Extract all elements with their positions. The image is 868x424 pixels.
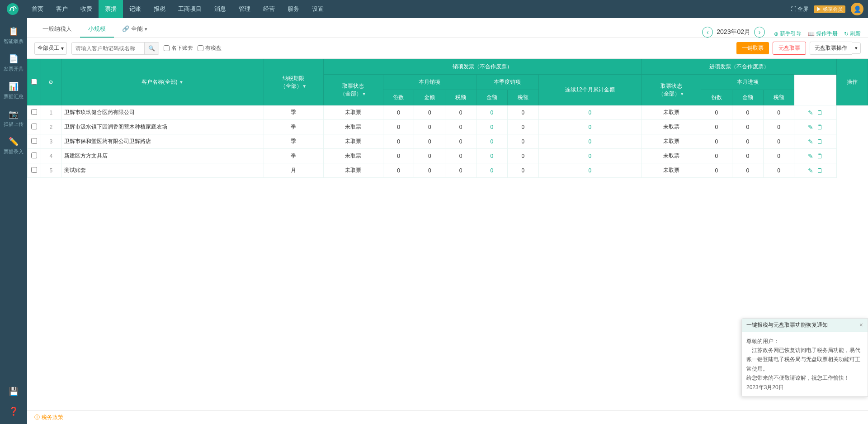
app-logo[interactable] bbox=[5, 1, 21, 17]
sidebar-icon: 📄 bbox=[9, 54, 19, 64]
nav-item-收费[interactable]: 收费 bbox=[74, 0, 99, 18]
employee-filter-select[interactable]: 全部员工 ▾ bbox=[34, 42, 67, 55]
edit-icon[interactable]: ✎ bbox=[808, 138, 813, 145]
my-accounts-checkbox-label[interactable]: 名下账套 bbox=[164, 44, 193, 52]
refresh-btn[interactable]: ↻ 刷新 bbox=[844, 30, 861, 38]
sales-quarter-amount-link[interactable]: 0 bbox=[491, 153, 494, 159]
my-accounts-checkbox[interactable] bbox=[164, 45, 170, 51]
employee-filter-group: 全部员工 ▾ bbox=[34, 42, 67, 55]
view-icon[interactable]: 🗒 bbox=[816, 124, 823, 131]
row-sales-12m: 0 bbox=[538, 163, 642, 178]
nav-item-设置[interactable]: 设置 bbox=[306, 0, 330, 18]
popup-header: 一键报税与无盘取票功能恢复通知 × bbox=[742, 319, 868, 332]
nav-item-服务[interactable]: 服务 bbox=[281, 0, 306, 18]
nav-item-管理[interactable]: 管理 bbox=[232, 0, 257, 18]
input-status-filter-icon[interactable]: ▼ bbox=[680, 91, 684, 96]
popup-close-btn[interactable]: × bbox=[859, 321, 863, 329]
row-sales-quarter-amount: 0 bbox=[476, 134, 508, 149]
client-filter-icon[interactable]: ▼ bbox=[179, 80, 184, 85]
one-click-btn[interactable]: 一键取票 bbox=[736, 42, 769, 54]
period-next-btn[interactable]: › bbox=[754, 27, 765, 38]
sales-12m-link[interactable]: 0 bbox=[589, 153, 592, 159]
sidebar-help[interactable]: ❓ bbox=[5, 403, 22, 419]
sales-12m-link[interactable]: 0 bbox=[589, 167, 592, 174]
sidebar-item-扫描上传[interactable]: 📷扫描上传 bbox=[1, 105, 26, 131]
settings-icon[interactable]: ⚙ bbox=[48, 79, 53, 86]
sales-quarter-amount-link[interactable]: 0 bbox=[491, 124, 494, 130]
row-input-status: 未取票 bbox=[642, 105, 701, 120]
row-client: 卫辉市玖玖健合医药有限公司 bbox=[61, 105, 264, 120]
table-row: 5 测试账套 月 未取票 0 0 0 0 0 0 未取票 0 0 0 ✎ 🗒 bbox=[28, 163, 868, 178]
employee-filter-label: 全部员工 bbox=[38, 44, 59, 52]
tab-general-taxpayer[interactable]: 一般纳税人 bbox=[34, 20, 80, 38]
tax-policy-icon: ⓘ bbox=[34, 414, 40, 421]
row-actions: ✎ 🗒 bbox=[794, 134, 837, 149]
has-taxdisk-checkbox[interactable] bbox=[198, 45, 203, 51]
sales-12m-link[interactable]: 0 bbox=[589, 110, 592, 116]
tax-policy-link[interactable]: ⓘ 税务政策 bbox=[34, 414, 63, 421]
sales-12m-link[interactable]: 0 bbox=[589, 124, 592, 130]
tax-period-filter-icon[interactable]: ▼ bbox=[302, 84, 307, 89]
sidebar-item-票据汇总[interactable]: 📊票据汇总 bbox=[1, 78, 26, 104]
sales-quarter-amount-link[interactable]: 0 bbox=[491, 110, 494, 116]
row-input-month-amount: 0 bbox=[732, 149, 763, 163]
top-nav-right: ⛶ 全屏 ▶ 畅享会员 👤 bbox=[791, 3, 863, 15]
view-icon[interactable]: 🗒 bbox=[816, 152, 823, 160]
row-checkbox[interactable] bbox=[31, 138, 37, 144]
row-input-month-amount: 0 bbox=[732, 120, 763, 134]
row-client: 卫辉市保和堂医药有限公司卫辉路店 bbox=[61, 134, 264, 149]
view-icon[interactable]: 🗒 bbox=[816, 109, 823, 116]
view-icon[interactable]: 🗒 bbox=[816, 138, 823, 145]
nav-item-记账[interactable]: 记账 bbox=[123, 0, 147, 18]
search-button[interactable]: 🔍 bbox=[144, 43, 159, 54]
sidebar-item-票据录入[interactable]: ✏️票据录入 bbox=[1, 133, 26, 159]
row-select-cell bbox=[28, 163, 41, 178]
nav-item-客户[interactable]: 客户 bbox=[50, 0, 74, 18]
sales-status-filter-icon[interactable]: ▼ bbox=[362, 91, 366, 96]
tab-all[interactable]: 🔗 全能 ▾ bbox=[114, 20, 156, 38]
row-input-status: 未取票 bbox=[642, 163, 701, 178]
no-disk-ops-arrow[interactable]: ▾ bbox=[852, 43, 861, 54]
row-input-month-tax: 0 bbox=[763, 105, 794, 120]
row-checkbox[interactable] bbox=[31, 109, 37, 115]
sidebar-download[interactable]: 💾 bbox=[5, 383, 22, 400]
edit-icon[interactable]: ✎ bbox=[808, 124, 813, 131]
sidebar-item-发票开具[interactable]: 📄发票开具 bbox=[1, 50, 26, 76]
nav-item-工商项目[interactable]: 工商项目 bbox=[172, 0, 208, 18]
nav-item-消息[interactable]: 消息 bbox=[208, 0, 232, 18]
period-prev-btn[interactable]: ‹ bbox=[702, 27, 713, 38]
edit-icon[interactable]: ✎ bbox=[808, 167, 813, 174]
nav-item-首页[interactable]: 首页 bbox=[25, 0, 50, 18]
no-disk-ops-btn[interactable]: 无盘取票操作 bbox=[810, 42, 852, 55]
edit-icon[interactable]: ✎ bbox=[808, 152, 813, 160]
row-input-month-amount: 0 bbox=[732, 163, 763, 178]
row-checkbox[interactable] bbox=[31, 167, 37, 173]
view-icon[interactable]: 🗒 bbox=[816, 167, 823, 174]
sales-12m-link[interactable]: 0 bbox=[589, 138, 592, 145]
no-disk-btn[interactable]: 无盘取票 bbox=[773, 42, 806, 55]
select-all-checkbox[interactable] bbox=[31, 79, 37, 85]
sidebar-item-智能取票[interactable]: 📋智能取票 bbox=[1, 23, 26, 48]
row-num: 1 bbox=[41, 105, 61, 120]
nav-item-经营[interactable]: 经营 bbox=[257, 0, 281, 18]
guide-btn[interactable]: ⊕ 新手引导 bbox=[774, 30, 802, 38]
manual-btn[interactable]: 📖 操作手册 bbox=[808, 30, 838, 38]
nav-item-报税[interactable]: 报税 bbox=[147, 0, 172, 18]
row-checkbox[interactable] bbox=[31, 152, 37, 158]
nav-item-票据[interactable]: 票据 bbox=[99, 0, 123, 18]
sales-quarter-amount-link[interactable]: 0 bbox=[491, 167, 494, 174]
fullscreen-btn[interactable]: ⛶ 全屏 bbox=[791, 5, 808, 13]
row-actions: ✎ 🗒 bbox=[794, 105, 837, 120]
row-sales-12m: 0 bbox=[538, 120, 642, 134]
search-input[interactable] bbox=[72, 43, 144, 54]
tab-small-scale[interactable]: 小规模 bbox=[80, 20, 114, 38]
user-avatar[interactable]: 👤 bbox=[851, 3, 863, 15]
notification-popup: 一键报税与无盘取票功能恢复通知 × 尊敬的用户： 江苏政务网已恢复访问电子税务局… bbox=[741, 318, 868, 397]
vip-badge[interactable]: ▶ 畅享会员 bbox=[814, 5, 845, 13]
edit-icon[interactable]: ✎ bbox=[808, 109, 813, 116]
popup-body[interactable]: 尊敬的用户： 江苏政务网已恢复访问电子税务局功能，易代账一键登陆电子税务局与无盘… bbox=[742, 332, 868, 396]
row-checkbox[interactable] bbox=[31, 124, 37, 129]
th-tax-period: 纳税期限（全部）▼ bbox=[264, 59, 323, 105]
sales-quarter-amount-link[interactable]: 0 bbox=[491, 138, 494, 145]
has-taxdisk-checkbox-label[interactable]: 有税盘 bbox=[198, 44, 222, 52]
